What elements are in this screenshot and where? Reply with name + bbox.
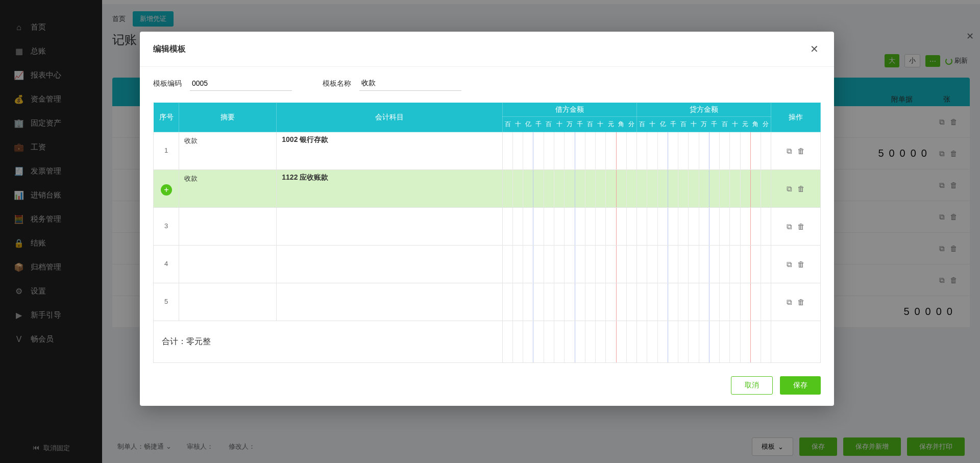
edit-template-modal: 编辑模板 ✕ 模板编码 模板名称 序号 摘要 会计科目 [140, 32, 834, 406]
debit-cell[interactable] [502, 208, 636, 246]
template-table: 序号 摘要 会计科目 借方金额 贷方金额 操作 百十亿千百十万千百十元角分 百十… [153, 102, 821, 363]
summary-cell[interactable] [179, 283, 277, 321]
summary-cell[interactable] [179, 246, 277, 283]
total-label: 合计：零元整 [154, 321, 503, 363]
save-button[interactable]: 保存 [780, 376, 821, 395]
col-debit: 借方金额 [502, 103, 636, 117]
copy-row-icon[interactable]: ⧉ [787, 298, 792, 307]
account-cell[interactable]: 1002 银行存款 [277, 132, 502, 170]
template-code-input[interactable] [190, 76, 292, 91]
delete-row-icon[interactable]: 🗑 [797, 298, 805, 306]
table-row[interactable]: 1收款1002 银行存款⧉🗑 [154, 132, 821, 170]
template-name-label: 模板名称 [323, 79, 351, 88]
delete-row-icon[interactable]: 🗑 [797, 147, 805, 155]
debit-cell[interactable] [502, 283, 636, 321]
account-cell[interactable] [277, 208, 502, 246]
col-account: 会计科目 [277, 103, 502, 132]
debit-cell[interactable] [502, 132, 636, 170]
table-row[interactable]: 3⧉🗑 [154, 208, 821, 246]
delete-row-icon[interactable]: 🗑 [797, 222, 805, 231]
account-cell[interactable] [277, 283, 502, 321]
col-ops: 操作 [771, 103, 821, 132]
account-cell[interactable] [277, 246, 502, 283]
account-cell[interactable]: 1122 应收账款 [277, 170, 502, 208]
debit-cell[interactable] [502, 170, 636, 208]
template-name-input[interactable] [359, 76, 461, 91]
credit-cell[interactable] [637, 283, 771, 321]
copy-row-icon[interactable]: ⧉ [787, 260, 792, 269]
table-row[interactable]: 5⧉🗑 [154, 283, 821, 321]
col-summary: 摘要 [179, 103, 277, 132]
summary-cell[interactable]: 收款 [179, 132, 277, 170]
credit-cell[interactable] [637, 246, 771, 283]
row-seq: 5 [154, 283, 179, 305]
row-seq: 4 [154, 246, 179, 267]
table-row[interactable]: +收款1122 应收账款⧉🗑 [154, 170, 821, 208]
credit-cell[interactable] [637, 132, 771, 170]
debit-cell[interactable] [502, 246, 636, 283]
cancel-button[interactable]: 取消 [731, 376, 773, 395]
row-seq: 3 [154, 208, 179, 230]
credit-cell[interactable] [637, 170, 771, 208]
copy-row-icon[interactable]: ⧉ [787, 184, 792, 193]
add-row-button[interactable]: + [161, 184, 172, 196]
modal-close-button[interactable]: ✕ [808, 41, 821, 57]
delete-row-icon[interactable]: 🗑 [797, 260, 805, 269]
credit-cell[interactable] [637, 208, 771, 246]
template-code-label: 模板编码 [153, 79, 182, 88]
copy-row-icon[interactable]: ⧉ [787, 222, 792, 231]
table-row[interactable]: 4⧉🗑 [154, 246, 821, 283]
delete-row-icon[interactable]: 🗑 [797, 184, 805, 193]
row-seq: 1 [154, 132, 179, 154]
modal-title: 编辑模板 [153, 44, 186, 55]
col-seq: 序号 [154, 103, 179, 132]
col-credit: 贷方金额 [637, 103, 771, 117]
summary-cell[interactable] [179, 208, 277, 246]
copy-row-icon[interactable]: ⧉ [787, 147, 792, 156]
summary-cell[interactable]: 收款 [179, 170, 277, 208]
